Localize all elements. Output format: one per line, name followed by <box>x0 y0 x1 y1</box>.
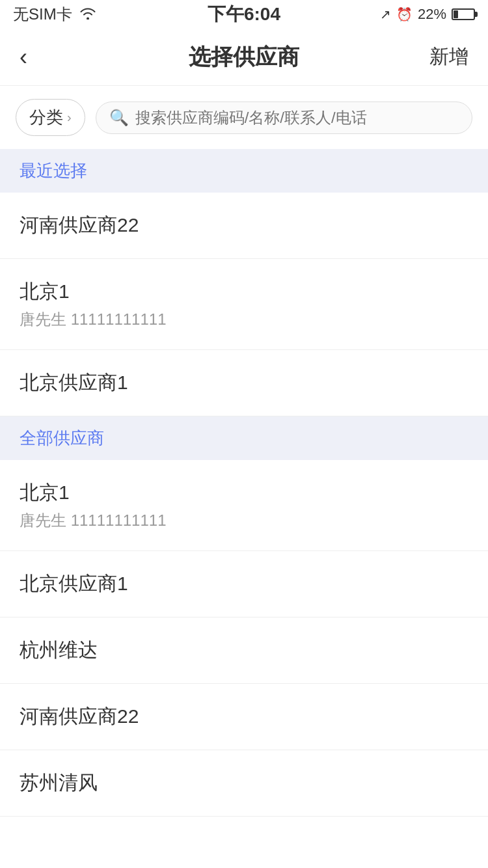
list-item[interactable]: 北京供应商1 <box>0 551 488 617</box>
item-name: 北京供应商1 <box>20 571 468 597</box>
list-item[interactable]: 杭州维达 <box>0 617 488 684</box>
recent-section-label: 最近选择 <box>20 161 87 180</box>
item-name: 河南供应商22 <box>20 703 468 730</box>
category-label: 分类 <box>29 106 63 129</box>
list-item[interactable]: 北京1唐先生 11111111111 <box>0 460 488 551</box>
status-left: 无SIM卡 <box>13 4 97 25</box>
recent-section-header: 最近选择 <box>0 149 488 193</box>
back-button[interactable]: ‹ <box>20 44 59 71</box>
status-right: ↗ ⏰ 22% <box>380 6 475 23</box>
recent-list: 河南供应商22北京1唐先生 11111111111北京供应商1 <box>0 193 488 416</box>
item-name: 苏州清风 <box>20 770 468 796</box>
search-box: 🔍 <box>96 102 472 134</box>
item-name: 北京供应商1 <box>20 370 468 396</box>
search-icon: 🔍 <box>109 109 129 127</box>
carrier-label: 无SIM卡 <box>13 4 72 25</box>
alarm-icon: ⏰ <box>396 7 413 22</box>
add-button[interactable]: 新增 <box>429 44 468 70</box>
item-name: 北京1 <box>20 480 468 506</box>
page-title: 选择供应商 <box>189 42 299 72</box>
list-item[interactable]: 河南供应商22 <box>0 193 488 259</box>
battery-label: 22% <box>418 6 446 23</box>
all-section-label: 全部供应商 <box>20 428 104 448</box>
category-button[interactable]: 分类 › <box>16 99 85 136</box>
list-item[interactable]: 北京1唐先生 11111111111 <box>0 259 488 350</box>
list-item[interactable]: 河南供应商22 <box>0 684 488 750</box>
list-item[interactable]: 苏州清风 <box>0 750 488 817</box>
item-sub: 唐先生 11111111111 <box>20 510 468 531</box>
filter-bar: 分类 › 🔍 <box>0 86 488 149</box>
wifi-icon <box>79 5 97 23</box>
item-sub: 唐先生 11111111111 <box>20 309 468 330</box>
item-name: 河南供应商22 <box>20 212 468 239</box>
list-item[interactable]: 北京供应商1 <box>0 350 488 416</box>
location-icon: ↗ <box>380 7 391 22</box>
item-name: 北京1 <box>20 278 468 305</box>
search-input[interactable] <box>135 109 459 127</box>
chevron-right-icon: › <box>67 110 72 125</box>
nav-bar: ‹ 选择供应商 新增 <box>0 29 488 86</box>
status-bar: 无SIM卡 下午6:04 ↗ ⏰ 22% <box>0 0 488 29</box>
all-list: 北京1唐先生 11111111111北京供应商1杭州维达河南供应商22苏州清风 <box>0 460 488 817</box>
status-time: 下午6:04 <box>208 2 280 27</box>
item-name: 杭州维达 <box>20 637 468 664</box>
battery-icon <box>452 8 475 20</box>
all-section-header: 全部供应商 <box>0 416 488 460</box>
